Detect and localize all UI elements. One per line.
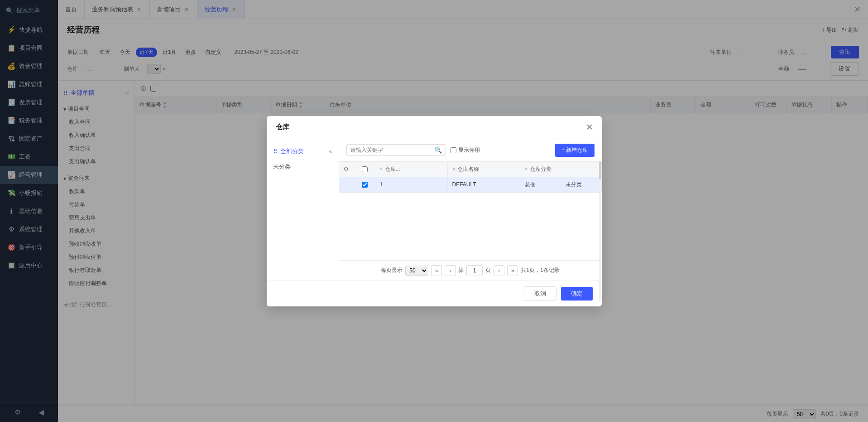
last-page-button[interactable]: » [507, 265, 518, 276]
row-checkbox[interactable] [362, 182, 368, 188]
page-number-input[interactable] [466, 265, 483, 276]
row-code-cell: DEFAULT [448, 177, 520, 192]
modal-footer: 取消 确定 [267, 281, 602, 306]
row-name-cell: 总仓 [520, 177, 561, 192]
sort-name-icon: ⇅ [452, 167, 456, 171]
modal-th-code[interactable]: ⇅ 仓库... [375, 162, 448, 177]
row-id-cell: 1 [375, 177, 448, 192]
modal-th-settings: ⚙ [339, 162, 357, 177]
modal-collapse-icon[interactable]: « [329, 148, 332, 155]
show-disabled-text: 显示停用 [458, 146, 480, 154]
modal-search-input[interactable] [350, 147, 432, 153]
add-warehouse-button[interactable]: + 新增仓库 [555, 144, 594, 157]
modal-all-category[interactable]: ⠿ 全部分类 « [267, 144, 339, 159]
warehouse-modal: 仓库 ✕ ⠿ 全部分类 « 未分类 🔍 [267, 116, 602, 306]
first-page-button[interactable]: « [431, 265, 442, 276]
show-disabled-checkbox[interactable] [451, 147, 456, 153]
total-info: 共1页，1条记录 [521, 267, 559, 274]
row-id-value: 1 [380, 181, 383, 188]
cancel-button[interactable]: 取消 [524, 286, 556, 301]
confirm-button[interactable]: 确定 [561, 287, 593, 301]
sort-category-icon: ⇅ [525, 167, 528, 171]
modal-left-panel: ⠿ 全部分类 « 未分类 [267, 139, 339, 281]
modal-th-code-label: 仓库... [385, 165, 400, 173]
page-unit: 页 [485, 267, 491, 274]
modal-toolbar: 🔍 显示停用 + 新增仓库 [339, 139, 602, 162]
row-category-cell: 未分类 [561, 177, 602, 192]
row-checkbox-cell [357, 177, 375, 192]
modal-all-label: 全部分类 [280, 147, 304, 155]
table-row[interactable]: 1 DEFAULT 总仓 未分类 [339, 177, 602, 193]
modal-table: ⚙ ⇅ 仓库... ⇅ 仓库名称 ⇅ 仓库分类 [339, 162, 602, 260]
modal-table-header: ⚙ ⇅ 仓库... ⇅ 仓库名称 ⇅ 仓库分类 [339, 162, 602, 177]
modal-body: ⠿ 全部分类 « 未分类 🔍 显示停用 [267, 139, 602, 281]
show-disabled-label[interactable]: 显示停用 [451, 146, 480, 154]
modal-th-name[interactable]: ⇅ 仓库名称 [448, 162, 520, 177]
row-code-value: DEFAULT [452, 181, 476, 188]
next-page-button[interactable]: › [494, 265, 504, 276]
settings-col-icon: ⚙ [344, 166, 349, 172]
modal-title: 仓库 [276, 123, 289, 131]
modal-th-checkbox [357, 162, 375, 177]
modal-search-icon: 🔍 [434, 146, 442, 154]
modal-th-category[interactable]: ⇅ 仓库分类 [520, 162, 602, 177]
modal-header: 仓库 ✕ [267, 116, 602, 139]
modal-search-wrap: 🔍 [346, 144, 446, 156]
grid-modal-icon: ⠿ [273, 148, 278, 155]
modal-per-page-select[interactable]: 50 100 [405, 266, 428, 276]
modal-th-name-label: 仓库名称 [457, 165, 479, 173]
row-category-value: 未分类 [566, 181, 582, 189]
row-name-value: 总仓 [525, 181, 536, 189]
page-word: 算 [458, 267, 464, 274]
modal-th-category-label: 仓库分类 [530, 165, 551, 173]
modal-close-icon[interactable]: ✕ [586, 122, 593, 132]
modal-select-all[interactable] [362, 166, 368, 172]
modal-right-panel: 🔍 显示停用 + 新增仓库 ⚙ ⇅ [339, 139, 602, 281]
modal-uncategorized-label: 未分类 [273, 163, 291, 170]
row-settings-cell [339, 177, 357, 192]
modal-pagination: 每页显示 50 100 « ‹ 算 页 › » 共1页，1条记录 [339, 260, 602, 281]
sort-code-icon: ⇅ [380, 167, 383, 171]
per-page-label-modal: 每页显示 [381, 267, 403, 274]
modal-uncategorized[interactable]: 未分类 [267, 159, 339, 175]
prev-page-button[interactable]: ‹ [445, 265, 456, 276]
